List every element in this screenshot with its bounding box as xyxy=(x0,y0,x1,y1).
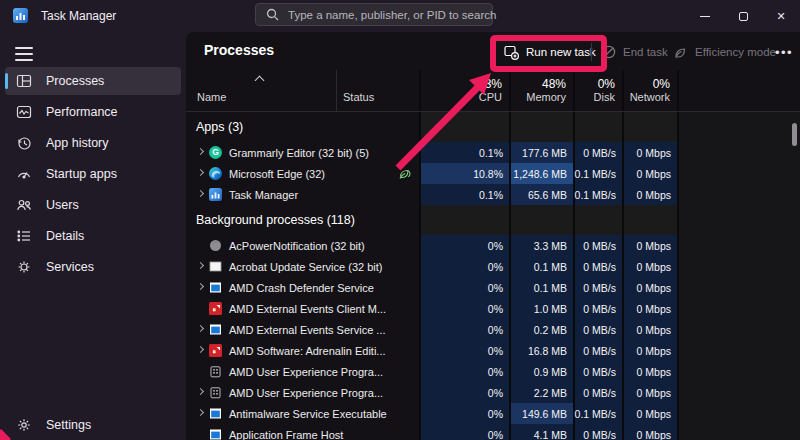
expand-chevron-icon[interactable] xyxy=(197,168,204,175)
hamburger-menu-button[interactable] xyxy=(13,44,35,64)
network-cell: 0 Mbps xyxy=(622,340,677,361)
process-row[interactable]: aAMD External Events Client M...0%1.0 MB… xyxy=(186,298,800,319)
column-header-status[interactable]: Status xyxy=(336,70,419,111)
expand-chevron-icon[interactable] xyxy=(197,261,204,268)
process-name: AcPowerNotification (32 bit) xyxy=(229,240,365,252)
vertical-scrollbar-thumb[interactable] xyxy=(792,123,797,146)
memory-total-percent: 48% xyxy=(542,77,566,91)
more-options-button[interactable]: ••• xyxy=(771,40,797,64)
sidebar-item-performance[interactable]: Performance xyxy=(5,98,181,126)
process-row[interactable]: AMD External Events Service ...0%0.2 MB0… xyxy=(186,319,800,340)
expand-chevron-icon[interactable] xyxy=(197,324,204,331)
sidebar-item-label: Details xyxy=(46,229,84,243)
group-row[interactable]: Apps (3) xyxy=(186,112,800,142)
sidebar-item-details[interactable]: Details xyxy=(5,222,181,250)
efficiency-mode-button[interactable]: Efficiency mode xyxy=(673,40,776,64)
process-name: AMD Software: Adrenalin Editi... xyxy=(229,345,386,357)
toolbar-separator xyxy=(591,43,592,61)
maximize-button[interactable] xyxy=(724,0,762,32)
network-cell: 0 Mbps xyxy=(622,298,677,319)
users-icon xyxy=(16,197,32,213)
performance-icon xyxy=(16,104,32,120)
process-name-cell: AMD Crash Defender Service xyxy=(186,277,419,298)
expand-chevron-icon[interactable] xyxy=(197,408,204,415)
cpu-cell: 0% xyxy=(419,256,509,277)
row-filler xyxy=(677,256,800,277)
process-name-cell: AcPowerNotification (32 bit) xyxy=(186,235,419,256)
sidebar-item-users[interactable]: Users xyxy=(5,191,181,219)
close-button[interactable]: ✕ xyxy=(762,0,800,32)
expand-chevron-icon[interactable] xyxy=(197,282,204,289)
expand-chevron-icon[interactable] xyxy=(197,345,204,352)
network-cell: 0 Mbps xyxy=(622,424,677,440)
process-row[interactable]: Task Manager0.1%65.6 MB0.1 MB/s0 Mbps xyxy=(186,184,800,205)
disk-total-percent: 0% xyxy=(598,77,615,91)
disk-cell: 0 MB/s xyxy=(573,298,622,319)
network-cell: 0 Mbps xyxy=(622,184,677,205)
win-app-icon xyxy=(209,407,222,420)
process-row[interactable]: GGrammarly Editor (32 bit) (5)0.1%177.6 … xyxy=(186,142,800,163)
memory-cell: 0.9 MB xyxy=(509,361,573,382)
process-name: AMD Crash Defender Service xyxy=(229,282,374,294)
sidebar-item-processes[interactable]: Processes xyxy=(5,67,181,95)
process-name-cell: AMD External Events Service ... xyxy=(186,319,419,340)
end-task-button[interactable]: End task xyxy=(602,40,668,64)
process-row[interactable]: AMD User Experience Progra...0%0.9 MB0 M… xyxy=(186,361,800,382)
network-cell: 0 Mbps xyxy=(622,361,677,382)
expand-chevron-icon[interactable] xyxy=(197,189,204,196)
sidebar-item-label: Performance xyxy=(46,105,118,119)
network-cell: 0 Mbps xyxy=(622,163,677,184)
maximize-icon xyxy=(739,12,748,21)
disk-cell: 0 MB/s xyxy=(573,142,622,163)
cpu-cell: 0.1% xyxy=(419,184,509,205)
cpu-cell: 0% xyxy=(419,382,509,403)
search-input[interactable]: Type a name, publisher, or PID to search xyxy=(255,3,493,26)
column-header-filler xyxy=(677,70,800,111)
memory-cell: 4.1 MB xyxy=(509,424,573,440)
empty-cell xyxy=(622,112,677,142)
column-header-network[interactable]: 0% Network xyxy=(622,70,677,111)
row-filler xyxy=(677,424,800,440)
process-name-cell: aAMD External Events Client M... xyxy=(186,298,419,319)
process-row[interactable]: AcPowerNotification (32 bit)0%3.3 MB0 MB… xyxy=(186,235,800,256)
process-row[interactable]: aAMD Software: Adrenalin Editi...0%16.8 … xyxy=(186,340,800,361)
column-header-name[interactable]: Name xyxy=(186,70,336,111)
column-header-cpu[interactable]: 13% CPU xyxy=(419,70,509,111)
minimize-button[interactable] xyxy=(686,0,724,32)
group-row[interactable]: Background processes (118) xyxy=(186,205,800,235)
process-row[interactable]: AMD User Experience Progra...0%2.2 MB0 M… xyxy=(186,382,800,403)
column-header-memory[interactable]: 48% Memory xyxy=(509,70,573,111)
expand-chevron-icon[interactable] xyxy=(197,147,204,154)
group-label: Apps (3) xyxy=(186,112,419,142)
sidebar-item-app-history[interactable]: App history xyxy=(5,129,181,157)
cpu-cell: 0% xyxy=(419,235,509,256)
disk-cell: 0 MB/s xyxy=(573,319,622,340)
row-filler xyxy=(677,361,800,382)
process-row[interactable]: Antimalware Service Executable0%149.6 MB… xyxy=(186,403,800,424)
empty-cell xyxy=(509,205,573,235)
row-filler xyxy=(677,319,800,340)
process-row[interactable]: Application Frame Host0%4.1 MB0 MB/s0 Mb… xyxy=(186,424,800,440)
minimize-icon xyxy=(700,16,710,17)
process-row[interactable]: AMD Crash Defender Service0%0.1 MB0 MB/s… xyxy=(186,277,800,298)
disk-cell: 0 MB/s xyxy=(573,361,622,382)
expand-chevron-icon[interactable] xyxy=(197,387,204,394)
cpu-cell: 0% xyxy=(419,319,509,340)
run-new-task-button[interactable]: Run new task xyxy=(504,40,596,64)
sidebar-item-services[interactable]: Services xyxy=(5,253,181,281)
process-name-cell: AMD User Experience Progra... xyxy=(186,361,419,382)
amd-icon: a xyxy=(209,302,222,315)
end-task-icon xyxy=(602,45,616,59)
memory-cell: 65.6 MB xyxy=(509,184,573,205)
disk-cell: 0 MB/s xyxy=(573,424,622,440)
process-row[interactable]: Acrobat Update Service (32 bit)0%0.1 MB0… xyxy=(186,256,800,277)
more-options-icon: ••• xyxy=(775,45,793,60)
row-filler xyxy=(677,184,800,205)
sidebar-item-startup-apps[interactable]: Startup apps xyxy=(5,160,181,188)
efficiency-leaf-status-icon xyxy=(398,167,412,181)
sidebar-item-settings[interactable]: Settings xyxy=(0,412,186,438)
column-header-disk[interactable]: 0% Disk xyxy=(573,70,622,111)
process-row[interactable]: Microsoft Edge (32)10.8%1,248.6 MB0.1 MB… xyxy=(186,163,800,184)
disk-cell: 0 MB/s xyxy=(573,340,622,361)
process-name-cell: aAMD Software: Adrenalin Editi... xyxy=(186,340,419,361)
